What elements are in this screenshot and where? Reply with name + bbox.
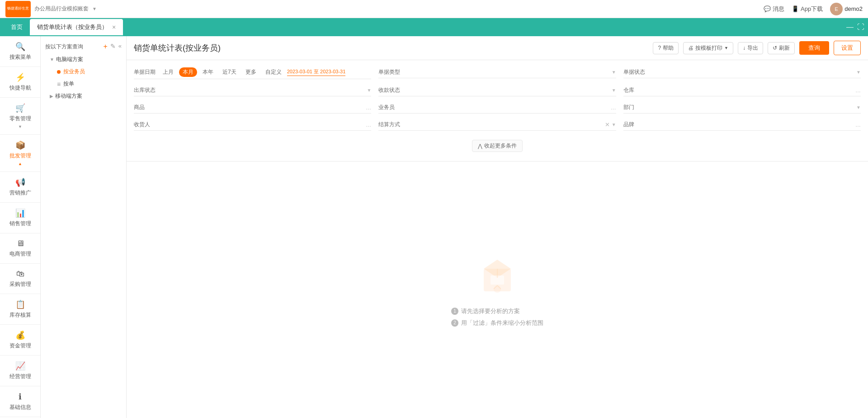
tree-by-order[interactable]: ≡ 按单 xyxy=(41,78,126,90)
export-btn[interactable]: ↓ 导出 xyxy=(738,42,763,54)
sidebar-item-basic[interactable]: ℹ 基础信息 xyxy=(0,386,40,417)
date-this-year[interactable]: 本年 xyxy=(199,67,217,77)
add-scheme-btn[interactable]: + xyxy=(103,43,107,51)
tree-by-salesperson[interactable]: 按业务员 xyxy=(41,66,126,78)
doc-status-label: 单据状态 xyxy=(623,68,645,76)
avatar: E xyxy=(830,3,843,15)
date-last7[interactable]: 近7天 xyxy=(219,67,240,77)
date-range-display[interactable]: 2023-03-01 至 2023-03-31 xyxy=(287,68,346,76)
sidebar-item-shortcut[interactable]: ⚡ 快捷导航 xyxy=(0,67,40,98)
brand-dots[interactable]: … xyxy=(855,122,861,128)
collect-status-dropdown-icon[interactable]: ▼ xyxy=(612,88,616,93)
svg-point-4 xyxy=(494,285,501,293)
tree-pc-schemes[interactable]: ▼ 电脑端方案 xyxy=(41,53,126,66)
settings-btn[interactable]: 设置 xyxy=(834,41,861,55)
doc-type-label: 单据类型 xyxy=(378,68,400,76)
window-minimize-icon[interactable]: — xyxy=(846,23,854,31)
content-area: 按以下方案查询 + ✎ « ▼ 电脑端方案 按业务员 ≡ 按单 ▶ xyxy=(41,36,868,418)
collapse-btn[interactable]: ⋀ 收起更多条件 xyxy=(472,140,523,152)
refresh-btn[interactable]: ↺ 刷新 xyxy=(768,42,795,54)
filter-goods[interactable]: 商品 … xyxy=(134,102,371,114)
sidebar-item-retail[interactable]: 🛒 零售管理 ▼ xyxy=(0,98,40,135)
filter-recipient[interactable]: 收货人 … xyxy=(134,119,371,131)
tab-close-icon[interactable]: × xyxy=(112,24,116,31)
filter-settlement[interactable]: 结算方式 ✕ ▼ xyxy=(378,119,616,131)
brand-label: 品牌 xyxy=(623,121,634,128)
date-label: 单据日期 xyxy=(134,68,156,76)
left-panel-header: 按以下方案查询 + ✎ « xyxy=(41,40,126,53)
wholesale-icon: 📦 xyxy=(15,140,25,150)
filter-salesperson[interactable]: 业务员 … xyxy=(378,102,616,114)
sidebar-item-finance[interactable]: 💰 资金管理 xyxy=(0,325,40,356)
filter-doc-status[interactable]: 单据状态 ▼ xyxy=(623,66,861,78)
empty-tip-1: 1 请先选择要分析的方案 xyxy=(451,307,543,315)
sidebar-item-purchase[interactable]: 🛍 采购管理 xyxy=(0,264,40,294)
left-panel: 按以下方案查询 + ✎ « ▼ 电脑端方案 按业务员 ≡ 按单 ▶ xyxy=(41,36,127,418)
recipient-dots[interactable]: … xyxy=(366,122,371,128)
goods-dots[interactable]: … xyxy=(366,104,371,111)
settlement-clear-icon[interactable]: ✕ xyxy=(605,121,610,128)
doc-status-dropdown-icon[interactable]: ▼ xyxy=(856,70,861,75)
filter-row-1: 单据日期 上月 本月 本年 近7天 更多 自定义 2023-03-01 至 20… xyxy=(134,66,861,79)
dropdown-icon[interactable]: ▼ xyxy=(92,6,97,11)
sidebar-item-wholesale[interactable]: 📦 批发管理 ▲ xyxy=(0,135,40,172)
sidebar-item-operations[interactable]: 📈 经营管理 xyxy=(0,356,40,386)
tree-mobile-schemes[interactable]: ▶ 移动端方案 xyxy=(41,90,126,102)
goods-label: 商品 xyxy=(134,104,145,111)
filter-collect-status[interactable]: 收款状态 ▼ xyxy=(378,85,616,96)
date-more[interactable]: 更多 xyxy=(242,67,260,77)
filter-brand[interactable]: 品牌 … xyxy=(623,119,861,131)
sidebar-item-sales[interactable]: 📊 销售管理 xyxy=(0,203,40,233)
app-download-btn[interactable]: 📱 App下载 xyxy=(792,5,823,13)
doc-type-dropdown-icon[interactable]: ▼ xyxy=(612,70,616,75)
sidebar-item-marketing[interactable]: 📢 营销推广 xyxy=(0,172,40,203)
inventory-icon: 📋 xyxy=(15,299,25,309)
sidebar: 🔍 搜索菜单 ⚡ 快捷导航 🛒 零售管理 ▼ 📦 批发管理 ▲ 📢 营销推广 📊… xyxy=(0,36,41,418)
date-custom[interactable]: 自定义 xyxy=(262,67,285,77)
app-download-icon: 📱 xyxy=(792,5,799,12)
warehouse-dots[interactable]: … xyxy=(855,87,861,94)
department-dropdown-icon[interactable]: ▼ xyxy=(856,105,861,110)
tabbar: 首页 销货单统计表（按业务员） × — ⛶ xyxy=(0,18,868,36)
purchase-icon: 🛍 xyxy=(16,269,24,279)
salesperson-dots[interactable]: … xyxy=(611,104,616,111)
collapse-icon: ⋀ xyxy=(478,143,482,149)
date-last-month[interactable]: 上月 xyxy=(159,67,177,77)
settlement-dropdown-icon[interactable]: ▼ xyxy=(612,122,616,127)
page-title: 销货单统计表(按业务员) xyxy=(134,43,221,53)
window-maximize-icon[interactable]: ⛶ xyxy=(857,23,864,31)
out-status-dropdown-icon[interactable]: ▼ xyxy=(367,88,371,93)
help-btn[interactable]: ? 帮助 xyxy=(653,42,679,54)
query-btn[interactable]: 查询 xyxy=(799,41,829,55)
filter-doc-type[interactable]: 单据类型 ▼ xyxy=(378,66,616,78)
filter-warehouse[interactable]: 仓库 … xyxy=(623,85,861,96)
collapse-panel-btn[interactable]: « xyxy=(118,43,122,51)
tab-sales-stats[interactable]: 销货单统计表（按业务员） × xyxy=(30,19,123,35)
sidebar-item-search[interactable]: 🔍 搜索菜单 xyxy=(0,36,40,67)
logo: 畅捷通好生意 xyxy=(5,1,31,17)
print-btn[interactable]: 🖨 按模板打印 ▼ xyxy=(683,42,733,54)
search-icon: 🔍 xyxy=(15,42,25,52)
help-icon: ? xyxy=(658,45,661,51)
warehouse-label: 仓库 xyxy=(623,86,634,94)
filter-row-3: 商品 … 业务员 … 部门 ▼ xyxy=(134,102,861,114)
filter-out-status[interactable]: 出库状态 ▼ xyxy=(134,85,371,96)
filter-department[interactable]: 部门 ▼ xyxy=(623,102,861,114)
message-btn[interactable]: 💬 消息 xyxy=(764,5,784,13)
tree-expand-icon: ▼ xyxy=(50,57,54,62)
page-header-actions: ? 帮助 🖨 按模板打印 ▼ ↓ 导出 ↺ 刷新 xyxy=(653,41,861,55)
message-icon: 💬 xyxy=(764,5,771,12)
user-profile[interactable]: E demo2 xyxy=(830,3,863,15)
edit-scheme-btn[interactable]: ✎ xyxy=(110,43,116,51)
tab-home[interactable]: 首页 xyxy=(4,19,30,35)
date-this-month[interactable]: 本月 xyxy=(179,67,197,77)
right-panel: 销货单统计表(按业务员) ? 帮助 🖨 按模板打印 ▼ ↓ 导出 xyxy=(127,36,868,418)
operations-icon: 📈 xyxy=(15,361,25,371)
tip-number-2: 2 xyxy=(451,319,458,327)
print-icon: 🖨 xyxy=(688,45,693,51)
filter-row-2: 出库状态 ▼ 收款状态 ▼ 仓库 … xyxy=(134,85,861,96)
sidebar-item-ecommerce[interactable]: 🖥 电商管理 xyxy=(0,233,40,264)
sidebar-item-inventory[interactable]: 📋 库存核算 xyxy=(0,294,40,325)
left-panel-actions: + ✎ « xyxy=(103,43,122,51)
page-header: 销货单统计表(按业务员) ? 帮助 🖨 按模板打印 ▼ ↓ 导出 xyxy=(127,36,868,60)
